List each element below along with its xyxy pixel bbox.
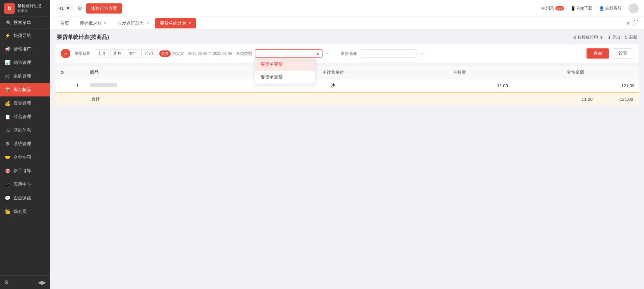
sidebar-label-marketing: 营销推广	[14, 46, 31, 52]
message-button[interactable]: ✉ 消息 99+	[541, 5, 564, 11]
date-last-7-btn[interactable]: 近7天	[141, 49, 158, 58]
sidebar-label-sales: 销售管理	[14, 60, 31, 66]
page-content: 要货单统计表(按商品) 🖨 按模板打印 ▼ ⬇ 导出 ↻ 刷新	[50, 30, 644, 289]
sidebar-label-appstore: 应用中心	[14, 181, 31, 187]
footer-quantity: 11.00	[559, 97, 593, 102]
product-placeholder	[90, 83, 117, 87]
top-header: 41 ▼ ⚙ 体验行业方案 ✉ 消息 99+ 📱 App下载 👤 在线客服	[50, 0, 644, 17]
date-this-month-btn[interactable]: 本月	[110, 49, 124, 58]
dropdown-item-order-goods[interactable]: 要货单要货	[255, 58, 315, 71]
tab-expand-icon[interactable]: ⛶	[633, 20, 639, 26]
nav-icon-appstore: 📱	[4, 181, 11, 188]
warehouse-filter-section: 要货仓库 ···	[341, 49, 424, 58]
table-header-settings[interactable]: ⚙	[55, 66, 69, 79]
type-more-dots[interactable]: ···	[325, 50, 330, 57]
tab-home[interactable]: 首页	[55, 18, 74, 28]
sidebar-item-operations[interactable]: 📋 经营管理	[0, 110, 50, 124]
table-header-seq	[69, 66, 86, 79]
date-last-month-btn[interactable]: 上月	[95, 49, 109, 58]
tab-collect-summary-close[interactable]: ✕	[146, 21, 149, 25]
sidebar-item-member[interactable]: 👑 畅会员	[0, 205, 50, 218]
tabs-right-actions: ✕ ⛶	[626, 20, 639, 26]
sidebar-label-wechat: 企业微信	[14, 195, 31, 201]
app-download-button[interactable]: 📱 App下载	[571, 5, 592, 11]
refresh-button[interactable]: ↻ 刷新	[624, 35, 637, 40]
sidebar-item-sales[interactable]: 📊 销售管理	[0, 56, 50, 69]
nav-icon-member: 👑	[4, 208, 11, 215]
print-expand-icon: ▼	[599, 35, 603, 40]
print-label: 按模板打印	[578, 35, 598, 40]
app-icon: 📱	[571, 6, 576, 11]
search-menu-button[interactable]: 🔍 搜索菜单	[0, 17, 50, 29]
sidebar-settings-icon[interactable]: ⚙	[4, 279, 9, 286]
search-menu-label: 搜索菜单	[14, 20, 31, 26]
sidebar-label-quick-nav: 快捷导航	[14, 32, 31, 39]
tenant-selector[interactable]: 41 ▼	[55, 4, 73, 12]
column-settings-icon[interactable]: ⚙	[60, 70, 64, 75]
nav-icon-quick: ⚡	[4, 32, 11, 39]
tab-inventory-batch-close[interactable]: ✕	[104, 21, 107, 25]
service-label: 在线客服	[605, 5, 622, 11]
nav-icon-purchase: 🛒	[4, 73, 11, 80]
logo-text-group: 畅捷通好生意 标准版	[18, 3, 42, 14]
sidebar-item-finance[interactable]: 💰 资金管理	[0, 96, 50, 110]
message-label: 消息	[546, 5, 554, 11]
search-button[interactable]: 查询	[587, 48, 609, 59]
dropdown-item-order-return[interactable]: 要货单退货	[255, 71, 315, 84]
warehouse-filter-label: 要货仓库	[341, 51, 357, 57]
table-header-amount: 零售金额	[512, 66, 639, 79]
footer-amount: 121.00	[599, 97, 633, 102]
tab-collect-summary[interactable]: 收发存汇总表 ✕	[113, 18, 154, 28]
export-button[interactable]: ⬇ 导出	[607, 35, 620, 40]
tab-close-all-icon[interactable]: ✕	[626, 20, 630, 26]
settings-button[interactable]: 设置	[613, 48, 633, 59]
print-button[interactable]: 🖨 按模板打印 ▼	[572, 35, 603, 40]
sidebar-item-wechat[interactable]: 💬 企业微信	[0, 191, 50, 205]
date-filter-label: 单据日期	[74, 51, 91, 57]
sidebar-item-quick-nav[interactable]: ⚡ 快捷导航	[0, 29, 50, 42]
export-icon: ⬇	[607, 35, 611, 40]
sidebar-item-cooperation[interactable]: 🤝 企业协同	[0, 151, 50, 164]
sidebar-label-operations: 经营管理	[14, 114, 31, 120]
table-footer: 合计 11.00 121.00	[55, 92, 639, 106]
page-title-bar: 要货单统计表(按商品) 🖨 按模板打印 ▼ ⬇ 导出 ↻ 刷新	[50, 30, 644, 41]
user-avatar[interactable]	[628, 3, 639, 14]
date-more-badge[interactable]: 更多	[159, 50, 171, 57]
filter-expand-button[interactable]: »	[61, 49, 70, 58]
table-row: 1 块 11.00 121.00	[55, 79, 639, 92]
tab-order-summary-close[interactable]: ✕	[188, 21, 191, 25]
tab-inventory-batch-label: 库存批次账	[80, 20, 102, 26]
trial-button[interactable]: 体验行业方案	[86, 3, 122, 14]
expand-icon: »	[64, 51, 67, 56]
sidebar-label-purchase: 采购管理	[14, 73, 31, 79]
sidebar-item-marketing[interactable]: 📢 营销推广	[0, 42, 50, 56]
type-filter-input[interactable]	[255, 49, 323, 58]
nav-icon-base: 🗂	[4, 127, 11, 134]
export-label: 导出	[612, 35, 620, 40]
warehouse-more-dots[interactable]: ···	[419, 50, 424, 57]
tab-inventory-batch[interactable]: 库存批次账 ✕	[75, 18, 112, 28]
sidebar-item-base[interactable]: 🗂 基础信息	[0, 124, 50, 137]
message-icon: ✉	[541, 6, 545, 11]
sidebar-item-guide[interactable]: 🎯 新手引导	[0, 164, 50, 178]
nav-icon-operations: 📋	[4, 113, 11, 120]
sidebar-item-system[interactable]: ⚙ 系统管理	[0, 137, 50, 151]
sidebar-collapse-icon[interactable]: ◀▶	[38, 279, 46, 286]
online-service-button[interactable]: 👤 在线客服	[599, 5, 622, 11]
sidebar-item-purchase[interactable]: 🛒 采购管理	[0, 69, 50, 83]
date-custom-btn[interactable]: 自定义	[172, 51, 184, 57]
app-logo: b 畅捷通好生意 标准版	[0, 0, 50, 17]
sidebar-item-inventory[interactable]: 📦 库存核算	[0, 83, 50, 96]
table-header-product: 商品	[86, 66, 259, 79]
date-this-year-btn[interactable]: 本年	[126, 49, 140, 58]
app-version: 标准版	[18, 8, 42, 13]
header-settings-icon[interactable]: ⚙	[77, 5, 82, 12]
row-product-cell	[86, 79, 259, 92]
sidebar-label-member: 畅会员	[14, 208, 27, 215]
tab-order-summary[interactable]: 要货单统计表 ✕	[155, 18, 196, 28]
sidebar-label-cooperation: 企业协同	[14, 154, 31, 160]
tabs-bar: 首页 库存批次账 ✕ 收发存汇总表 ✕ 要货单统计表 ✕ ✕ ⛶	[50, 17, 644, 30]
warehouse-filter-input[interactable]	[360, 49, 416, 58]
sidebar-item-appstore[interactable]: 📱 应用中心	[0, 178, 50, 191]
type-filter-label: 单据类型	[236, 51, 252, 57]
